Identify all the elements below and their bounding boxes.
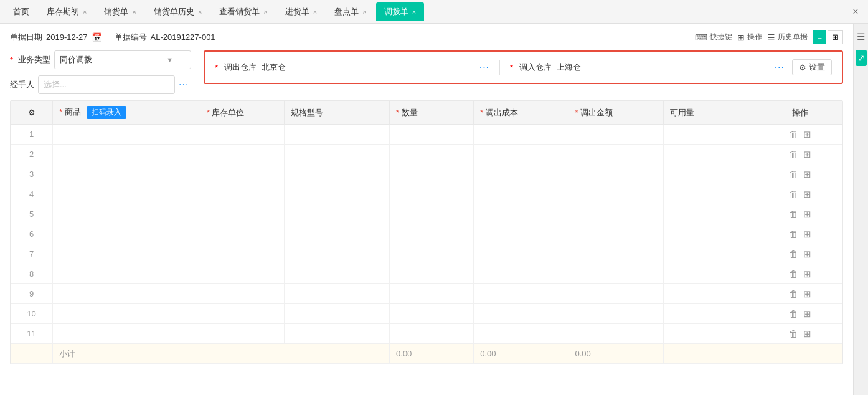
tab-stocktake[interactable]: 盘点单 × <box>326 2 374 21</box>
row-3-qty[interactable] <box>390 164 474 184</box>
row-3-cost[interactable] <box>474 164 568 184</box>
row-9-amount[interactable] <box>568 284 663 304</box>
row-6-unit[interactable] <box>200 224 284 244</box>
row-1-unit[interactable] <box>200 125 284 145</box>
row-3-product[interactable] <box>53 164 200 184</box>
row-7-product[interactable] <box>53 244 200 264</box>
row-2-cost[interactable] <box>474 145 568 164</box>
calendar-icon[interactable]: 📅 <box>92 32 102 42</box>
row-3-unit[interactable] <box>200 164 284 184</box>
row-7-amount[interactable] <box>568 244 663 264</box>
row-8-qty[interactable] <box>390 264 474 284</box>
row-10-copy-icon[interactable]: ⊞ <box>803 308 811 319</box>
row-2-amount[interactable] <box>568 145 663 164</box>
row-10-product[interactable] <box>53 304 200 324</box>
operations-btn[interactable]: ⊞ 操作 <box>737 32 762 42</box>
row-1-qty[interactable] <box>390 125 474 145</box>
row-6-delete-icon[interactable]: 🗑 <box>789 229 798 239</box>
tab-inventory-init[interactable]: 库存期初 × <box>39 2 95 21</box>
row-5-amount[interactable] <box>568 204 663 224</box>
row-7-spec[interactable] <box>285 244 390 264</box>
row-8-amount[interactable] <box>568 264 663 284</box>
row-9-cost[interactable] <box>474 284 568 304</box>
row-5-unit[interactable] <box>200 204 284 224</box>
transfer-out-more[interactable]: ··· <box>479 62 489 73</box>
row-9-spec[interactable] <box>285 284 390 304</box>
row-5-cost[interactable] <box>474 204 568 224</box>
row-10-cost[interactable] <box>474 304 568 324</box>
row-2-delete-icon[interactable]: 🗑 <box>789 149 798 159</box>
row-7-qty[interactable] <box>390 244 474 264</box>
row-6-qty[interactable] <box>390 224 474 244</box>
row-9-unit[interactable] <box>200 284 284 304</box>
tab-sales-history-close[interactable]: × <box>198 8 202 16</box>
sidebar-expand-icon[interactable]: ⤢ <box>856 50 867 66</box>
row-10-spec[interactable] <box>285 304 390 324</box>
row-8-spec[interactable] <box>285 264 390 284</box>
row-9-product[interactable] <box>53 284 200 304</box>
row-4-unit[interactable] <box>200 184 284 204</box>
sidebar-list-icon[interactable]: ☰ <box>854 29 867 45</box>
settings-btn[interactable]: ⚙ 设置 <box>792 59 832 75</box>
row-7-copy-icon[interactable]: ⊞ <box>803 249 811 259</box>
tab-stocktake-close[interactable]: × <box>362 8 366 16</box>
row-8-unit[interactable] <box>200 264 284 284</box>
tab-purchase[interactable]: 进货单 × <box>277 2 325 21</box>
row-2-copy-icon[interactable]: ⊞ <box>803 149 811 159</box>
scan-btn[interactable]: 扫码录入 <box>87 106 126 119</box>
row-11-delete-icon[interactable]: 🗑 <box>789 328 798 339</box>
row-1-spec[interactable] <box>285 125 390 145</box>
row-4-spec[interactable] <box>285 184 390 204</box>
row-1-cost[interactable] <box>474 125 568 145</box>
tab-transfer-close[interactable]: × <box>412 8 416 16</box>
row-5-spec[interactable] <box>285 204 390 224</box>
row-6-amount[interactable] <box>568 224 663 244</box>
row-4-product[interactable] <box>53 184 200 204</box>
tab-view-sales-close[interactable]: × <box>263 8 267 16</box>
row-8-product[interactable] <box>53 264 200 284</box>
transfer-in-more[interactable]: ··· <box>775 62 785 73</box>
shortcuts-btn[interactable]: ⌨ 快捷键 <box>695 32 732 42</box>
row-8-copy-icon[interactable]: ⊞ <box>803 269 811 279</box>
row-11-copy-icon[interactable]: ⊞ <box>803 328 811 339</box>
row-6-copy-icon[interactable]: ⊞ <box>803 229 811 239</box>
tab-sales-history[interactable]: 销货单历史 × <box>146 2 210 21</box>
row-4-delete-icon[interactable]: 🗑 <box>789 189 798 199</box>
row-11-qty[interactable] <box>390 324 474 344</box>
row-3-spec[interactable] <box>285 164 390 184</box>
row-5-delete-icon[interactable]: 🗑 <box>789 209 798 219</box>
row-7-unit[interactable] <box>200 244 284 264</box>
row-10-amount[interactable] <box>568 304 663 324</box>
tab-home[interactable]: 首页 <box>5 2 37 21</box>
row-4-copy-icon[interactable]: ⊞ <box>803 189 811 199</box>
row-4-cost[interactable] <box>474 184 568 204</box>
row-3-delete-icon[interactable]: 🗑 <box>789 169 798 179</box>
row-9-delete-icon[interactable]: 🗑 <box>789 288 798 299</box>
row-2-spec[interactable] <box>285 145 390 164</box>
row-1-product[interactable] <box>53 125 200 145</box>
view-list-btn[interactable]: ≡ <box>813 30 826 44</box>
view-grid-btn[interactable]: ⊞ <box>828 30 843 44</box>
tab-bar-close-btn[interactable]: × <box>848 4 863 19</box>
row-10-delete-icon[interactable]: 🗑 <box>789 308 798 319</box>
row-2-unit[interactable] <box>200 145 284 164</box>
row-6-cost[interactable] <box>474 224 568 244</box>
row-11-cost[interactable] <box>474 324 568 344</box>
row-6-product[interactable] <box>53 224 200 244</box>
row-5-copy-icon[interactable]: ⊞ <box>803 209 811 219</box>
row-11-spec[interactable] <box>285 324 390 344</box>
row-1-copy-icon[interactable]: ⊞ <box>803 129 811 140</box>
row-6-spec[interactable] <box>285 224 390 244</box>
row-5-product[interactable] <box>53 204 200 224</box>
row-10-unit[interactable] <box>200 304 284 324</box>
row-8-delete-icon[interactable]: 🗑 <box>789 269 798 279</box>
row-4-amount[interactable] <box>568 184 663 204</box>
row-5-qty[interactable] <box>390 204 474 224</box>
row-2-qty[interactable] <box>390 145 474 164</box>
row-3-amount[interactable] <box>568 164 663 184</box>
row-1-delete-icon[interactable]: 🗑 <box>789 129 798 140</box>
business-type-select[interactable]: 同价调拨 ▼ <box>54 50 191 69</box>
tab-sales[interactable]: 销货单 × <box>96 2 144 21</box>
row-4-qty[interactable] <box>390 184 474 204</box>
row-11-unit[interactable] <box>200 324 284 344</box>
